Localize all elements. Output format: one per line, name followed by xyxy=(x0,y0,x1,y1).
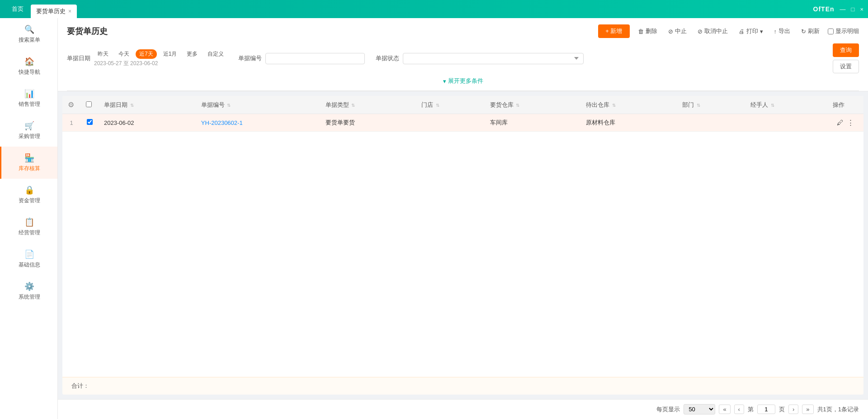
sort-req-warehouse-icon[interactable]: ⇅ xyxy=(516,103,519,108)
row-checkbox[interactable] xyxy=(87,119,93,125)
stop-button[interactable]: ⊘ 中止 xyxy=(665,25,689,37)
stop-icon: ⊘ xyxy=(668,28,673,35)
row-bill-no: YH-20230602-1 xyxy=(196,114,320,132)
page-header: 要货单历史 + 新增 🗑 删除 ⊘ 中止 ⊘ 取消中止 xyxy=(58,18,868,91)
sidebar-item-system[interactable]: ⚙️ 系统管理 xyxy=(0,275,57,307)
row-pending-warehouse: 原材料仓库 xyxy=(580,114,677,132)
pagination: 每页显示 10 20 50 100 « ‹ 第 页 › » 共1页，1条记录 xyxy=(58,399,868,419)
select-all-checkbox[interactable] xyxy=(86,101,92,107)
sidebar-item-system-label: 系统管理 xyxy=(19,293,40,301)
table-area: ⚙ 单据日期 ⇅ 单据编号 ⇅ xyxy=(62,96,863,395)
sidebar-item-sales[interactable]: 📊 销售管理 xyxy=(0,82,57,114)
sidebar-item-search-label: 搜索菜单 xyxy=(19,36,40,44)
col-checkbox xyxy=(80,96,99,114)
store-icon: 🏪 xyxy=(24,153,34,163)
page-suffix: 页 xyxy=(779,405,785,414)
tab-active[interactable]: 要货单历史 × xyxy=(31,5,77,18)
sort-dept-icon[interactable]: ⇅ xyxy=(697,103,700,108)
sort-bill-no-icon[interactable]: ⇅ xyxy=(227,103,231,108)
bill-no-label: 单据编号 xyxy=(238,54,262,62)
last-page-btn[interactable]: » xyxy=(802,405,813,414)
delete-label: 删除 xyxy=(646,27,657,35)
per-page-select[interactable]: 10 20 50 100 xyxy=(684,404,715,414)
tab-home[interactable]: 首页 xyxy=(5,0,31,18)
sort-pending-warehouse-icon[interactable]: ⇅ xyxy=(612,103,616,108)
sidebar-item-operations[interactable]: 📋 经营管理 xyxy=(0,211,57,243)
export-label: 导出 xyxy=(778,27,790,35)
date-btn-yesterday[interactable]: 昨天 xyxy=(94,49,112,59)
sidebar-item-basic[interactable]: 📄 基础信息 xyxy=(0,243,57,275)
sidebar-item-finance[interactable]: 🔒 资金管理 xyxy=(0,179,57,211)
date-btn-today[interactable]: 今天 xyxy=(115,49,133,59)
cancel-stop-label: 取消中止 xyxy=(704,27,728,35)
filter-area: 单据日期 昨天 今天 近7天 近1月 更多 自定义 2023-05-27 至 2… xyxy=(67,43,859,91)
next-page-btn[interactable]: › xyxy=(788,405,798,414)
clipboard-icon: 📋 xyxy=(24,217,34,227)
col-bill-type-label: 单据类型 xyxy=(326,101,349,108)
bill-no-filter-item: 单据编号 xyxy=(238,53,365,64)
sidebar-item-inventory[interactable]: 🏪 库存核算 xyxy=(0,147,57,179)
delete-icon: 🗑 xyxy=(638,28,644,35)
delete-button[interactable]: 🗑 删除 xyxy=(635,25,660,37)
expand-more-btn[interactable]: ▾ 展开更多条件 xyxy=(67,77,859,85)
window-close[interactable]: × xyxy=(860,6,863,13)
close-icon[interactable]: × xyxy=(68,8,71,14)
row-bill-no-link[interactable]: YH-20230602-1 xyxy=(201,119,243,126)
filter-row-1: 单据日期 昨天 今天 近7天 近1月 更多 自定义 2023-05-27 至 2… xyxy=(67,43,859,73)
page-title-row: 要货单历史 + 新增 🗑 删除 ⊘ 中止 ⊘ 取消中止 xyxy=(67,24,859,38)
sort-handler-icon[interactable]: ⇅ xyxy=(771,103,774,108)
date-btn-more[interactable]: 更多 xyxy=(183,49,201,59)
sidebar: 🔍 搜索菜单 🏠 快捷导航 📊 销售管理 🛒 采购管理 🏪 库存核算 🔒 资金管… xyxy=(0,18,58,419)
sort-bill-type-icon[interactable]: ⇅ xyxy=(351,103,355,108)
settings-button[interactable]: 设置 xyxy=(833,60,859,73)
row-more-icon[interactable]: ⋮ xyxy=(847,119,854,126)
chevron-down-icon: ▾ xyxy=(443,78,446,85)
chart-icon: 📊 xyxy=(24,89,34,99)
show-detail-checkbox-input[interactable] xyxy=(828,29,834,34)
row-edit-icon[interactable]: 🖊 xyxy=(837,119,844,126)
sidebar-item-quicknav[interactable]: 🏠 快捷导航 xyxy=(0,50,57,82)
page-input[interactable] xyxy=(757,405,775,414)
col-settings[interactable]: ⚙ xyxy=(62,96,80,114)
window-maximize[interactable]: □ xyxy=(851,6,855,13)
cancel-stop-icon: ⊘ xyxy=(698,28,703,35)
bill-no-input[interactable] xyxy=(265,53,365,64)
sidebar-item-basic-label: 基础信息 xyxy=(19,261,40,269)
top-bar-right: OfTEn — □ × xyxy=(813,5,863,13)
date-shortcuts: 昨天 今天 近7天 近1月 更多 自定义 xyxy=(94,49,227,59)
export-button[interactable]: ↑ 导出 xyxy=(771,25,793,37)
sidebar-item-sales-label: 销售管理 xyxy=(19,100,40,108)
sidebar-item-search[interactable]: 🔍 搜索菜单 xyxy=(0,18,57,50)
content-area: 要货单历史 + 新增 🗑 删除 ⊘ 中止 ⊘ 取消中止 xyxy=(58,18,868,419)
refresh-button[interactable]: ↻ 刷新 xyxy=(798,25,822,37)
query-button[interactable]: 查询 xyxy=(833,43,859,57)
toolbar: + 新增 🗑 删除 ⊘ 中止 ⊘ 取消中止 🖨 打 xyxy=(598,24,859,38)
first-page-btn[interactable]: « xyxy=(719,405,730,414)
col-pending-warehouse-label: 待出仓库 xyxy=(586,101,609,108)
sidebar-item-operations-label: 经营管理 xyxy=(19,229,40,237)
print-button[interactable]: 🖨 打印 ▾ xyxy=(736,25,766,37)
col-bill-type: 单据类型 ⇅ xyxy=(320,96,416,114)
print-icon: 🖨 xyxy=(739,28,745,35)
summary-label: 合计： xyxy=(71,382,89,390)
date-btn-custom[interactable]: 自定义 xyxy=(204,49,227,59)
prev-page-btn[interactable]: ‹ xyxy=(734,405,744,414)
lock-icon: 🔒 xyxy=(24,185,34,195)
settings-icon[interactable]: ⚙ xyxy=(68,101,74,109)
show-detail-toggle[interactable]: 显示明细 xyxy=(828,27,859,35)
sort-store-icon[interactable]: ⇅ xyxy=(436,103,439,108)
sidebar-item-purchase[interactable]: 🛒 采购管理 xyxy=(0,114,57,147)
new-button[interactable]: + 新增 xyxy=(598,24,629,38)
window-minimize[interactable]: — xyxy=(840,6,846,13)
col-date: 单据日期 ⇅ xyxy=(99,96,196,114)
date-btn-7days[interactable]: 近7天 xyxy=(136,49,157,59)
home-icon: 🏠 xyxy=(24,57,34,67)
cancel-stop-button[interactable]: ⊘ 取消中止 xyxy=(695,25,731,37)
sort-date-icon[interactable]: ⇅ xyxy=(130,103,134,108)
date-btn-1month[interactable]: 近1月 xyxy=(160,49,181,59)
stop-label: 中止 xyxy=(675,27,687,35)
tab-active-label: 要货单历史 xyxy=(36,7,66,15)
status-select[interactable] xyxy=(403,53,584,64)
col-bill-no-label: 单据编号 xyxy=(201,101,225,108)
sidebar-item-purchase-label: 采购管理 xyxy=(19,133,40,140)
